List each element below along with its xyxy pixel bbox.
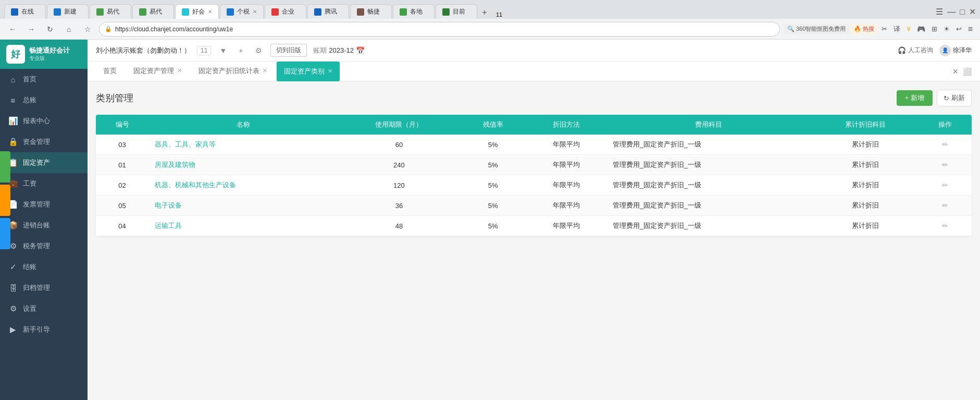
page-tab-category[interactable]: 固定资产类别 ✕	[277, 62, 340, 81]
col-method: 折旧方法	[526, 115, 606, 135]
checkout-icon: ✓	[8, 262, 18, 272]
browser-tab-4[interactable]: 易代	[132, 4, 174, 19]
browser-tab-1[interactable]: 在线	[4, 4, 46, 19]
browser-tab-3[interactable]: 易代	[90, 4, 131, 19]
settings-topbar-btn[interactable]: ⚙	[253, 45, 264, 56]
table-body: 03 器具、工具、家具等 60 5% 年限平均 管理费用_固定资产折旧_一级 累…	[96, 135, 972, 236]
refresh-nav-btn[interactable]: ↻	[43, 22, 57, 37]
sidebar-item-payroll[interactable]: 💼 工资	[0, 173, 88, 194]
cell-period: 36	[339, 196, 460, 216]
sidebar-item-reports[interactable]: 📊 报表中心	[0, 111, 88, 131]
tab-icon-3	[96, 8, 104, 16]
col-expense: 费用科目	[606, 115, 812, 135]
sidebar-item-home[interactable]: ⌂ 首页	[0, 69, 88, 90]
undo-icon[interactable]: ↩	[954, 25, 964, 33]
close-window-icon[interactable]: ✕	[969, 7, 976, 17]
sidebar-item-settings[interactable]: ⚙ 设置	[0, 298, 88, 319]
edit-btn[interactable]: ✏	[942, 161, 948, 169]
hot-search-btn[interactable]: 🔥 热搜	[851, 24, 877, 34]
tab-close-5[interactable]: ✕	[208, 9, 212, 15]
page-tab-depreciation[interactable]: 固定资产折旧统计表 ✕	[191, 62, 275, 81]
cell-method: 年限平均	[526, 196, 606, 216]
back-btn[interactable]: ←	[5, 22, 20, 37]
brightness-icon[interactable]: ☀	[941, 25, 952, 33]
sidebar-item-guide[interactable]: ▶ 新手引导	[0, 319, 88, 340]
cell-name: 器具、工具、家具等	[148, 135, 338, 155]
tab-close-6[interactable]: ✕	[253, 9, 257, 15]
forward-btn[interactable]: →	[24, 22, 39, 37]
sidebar-item-finance[interactable]: 🔒 资金管理	[0, 131, 88, 152]
tab-icon-4	[139, 8, 146, 16]
cell-method: 年限平均	[526, 175, 606, 196]
cell-actions: ✏	[919, 196, 972, 216]
top-bar-right: 🎧 人工咨询 👤 徐泽华	[898, 45, 972, 56]
cell-code: 01	[96, 155, 148, 175]
add-btn[interactable]: + 新增	[897, 90, 933, 106]
search-btn[interactable]: 🔍 360智能抠图免费用	[784, 24, 849, 34]
browser-tab-9[interactable]: 畅捷	[350, 4, 392, 19]
browser-tab-2[interactable]: 新建	[47, 4, 89, 19]
close-tab-category[interactable]: ✕	[328, 68, 332, 75]
page-title: 类别管理	[96, 92, 133, 104]
browser-tab-6[interactable]: 个税 ✕	[220, 4, 264, 19]
page-tab-home[interactable]: 首页	[96, 62, 124, 81]
address-bar[interactable]: 🔒 https://cloud.chanjet.com/accounting/u…	[99, 22, 780, 37]
table-row: 04 运输工具 48 5% 年限平均 管理费用_固定资产折旧_一级 累计折旧 ✏	[96, 216, 972, 236]
edit-btn[interactable]: ✏	[942, 181, 948, 189]
browser-tab-7[interactable]: 企业	[265, 4, 306, 19]
menu-icon[interactable]: ≡	[966, 25, 975, 34]
cell-code: 03	[96, 135, 148, 155]
cell-accumulated: 累计折旧	[811, 155, 919, 175]
scissors-icon[interactable]: ✂	[879, 25, 889, 33]
grid-icon[interactable]: ⊞	[929, 25, 939, 33]
browser-tab-5[interactable]: 好会 ✕	[175, 4, 219, 19]
dropdown-btn[interactable]: ▼	[217, 45, 229, 56]
page-tab-fixed-mgmt[interactable]: 固定资产管理 ✕	[126, 62, 189, 81]
edit-btn[interactable]: ✏	[942, 222, 948, 230]
refresh-page-btn[interactable]: ↻ 刷新	[937, 90, 972, 106]
sidebar-item-invoice[interactable]: 📄 发票管理	[0, 194, 88, 215]
edit-btn[interactable]: ✏	[942, 140, 948, 149]
cell-residual: 5%	[460, 175, 526, 196]
translate-icon[interactable]: 译	[891, 25, 902, 34]
minimize-icon[interactable]: —	[947, 7, 956, 17]
cell-name: 房屋及建筑物	[148, 155, 338, 175]
cell-expense: 管理费用_固定资产折旧_一级	[606, 196, 812, 216]
left-icon-blue[interactable]	[0, 218, 10, 249]
finance-icon: 🔒	[8, 137, 18, 147]
cell-residual: 5%	[460, 135, 526, 155]
maximize-icon[interactable]: □	[960, 7, 965, 17]
old-version-btn[interactable]: 切到旧版	[270, 44, 307, 57]
edit-btn[interactable]: ✏	[942, 201, 948, 210]
sidebar-item-tax[interactable]: ⚙ 税务管理	[0, 236, 88, 257]
left-icon-green[interactable]	[0, 151, 10, 183]
cell-period: 240	[339, 155, 460, 175]
sidebar-item-ledger[interactable]: ≡ 总账	[0, 90, 88, 111]
service-btn[interactable]: 🎧 人工咨询	[898, 46, 933, 55]
new-tab-btn[interactable]: +	[478, 6, 491, 19]
close-tab-depreciation[interactable]: ✕	[263, 67, 267, 74]
sidebar-item-fixed-assets[interactable]: 📋 固定资产	[0, 152, 88, 173]
home-btn[interactable]: ⌂	[61, 22, 76, 37]
top-bar: 刘小艳演示账套（勿删勿动！） 11 ▼ + ⚙ 切到旧版 账期 2023-12 …	[88, 40, 980, 62]
left-icon-orange[interactable]	[0, 185, 10, 216]
user-info[interactable]: 👤 徐泽华	[939, 45, 972, 56]
tab-close-all-icon[interactable]: ✕	[952, 67, 959, 76]
archive-icon: 🗄	[8, 284, 18, 293]
cell-residual: 5%	[460, 155, 526, 175]
calendar-icon[interactable]: 📅	[356, 46, 365, 55]
bookmark-btn[interactable]: ☆	[80, 22, 95, 37]
sidebar-item-checkout[interactable]: ✓ 结账	[0, 257, 88, 277]
close-tab-fixed-mgmt[interactable]: ✕	[177, 67, 182, 74]
add-company-btn[interactable]: +	[235, 45, 246, 56]
sidebar-item-inventory[interactable]: 📦 进销台账	[0, 215, 88, 236]
browser-tab-8[interactable]: 腾讯	[307, 4, 349, 19]
browser-tab-10[interactable]: 各地	[393, 4, 435, 19]
sidebar-item-archive[interactable]: 🗄 归档管理	[0, 277, 88, 298]
tab-menu-icon[interactable]: ☰	[936, 7, 943, 17]
tab-maximize-icon[interactable]: ⬜	[963, 67, 972, 76]
tab-count-badge[interactable]: 11	[492, 10, 506, 19]
game-icon[interactable]: 🎮	[915, 25, 927, 33]
coin-icon[interactable]: ¥	[904, 25, 912, 33]
browser-tab-11[interactable]: 目前	[436, 4, 477, 19]
